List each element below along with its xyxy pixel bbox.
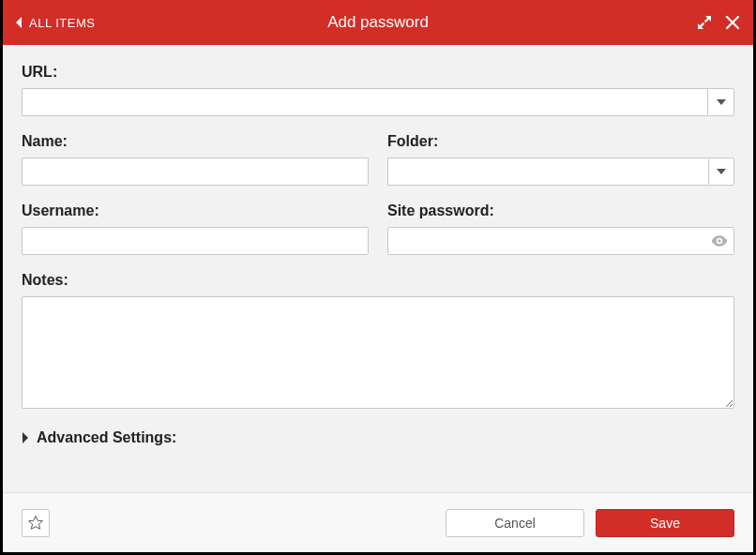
username-input[interactable]: [22, 227, 369, 255]
password-input[interactable]: [387, 227, 734, 255]
add-password-dialog: ALL ITEMS Add password URL:: [3, 0, 753, 552]
notes-textarea[interactable]: [22, 296, 734, 409]
back-all-items-button[interactable]: ALL ITEMS: [16, 16, 95, 30]
username-label: Username:: [22, 202, 369, 219]
folder-dropdown-button[interactable]: [708, 158, 734, 186]
toggle-password-visibility-button[interactable]: [710, 232, 729, 250]
footer: Cancel Save: [3, 492, 753, 552]
svg-point-0: [718, 239, 720, 242]
name-label: Name:: [22, 133, 369, 150]
advanced-settings-toggle[interactable]: Advanced Settings:: [22, 429, 734, 446]
url-dropdown-button[interactable]: [707, 88, 734, 116]
advanced-settings-label: Advanced Settings:: [37, 429, 176, 446]
url-input[interactable]: [22, 88, 707, 116]
close-icon: [725, 15, 740, 30]
caret-down-icon: [717, 99, 726, 105]
eye-icon: [710, 232, 729, 250]
star-icon: [27, 515, 44, 532]
chevron-left-icon: [16, 17, 23, 28]
name-input[interactable]: [22, 158, 369, 186]
close-button[interactable]: [725, 15, 740, 30]
titlebar: ALL ITEMS Add password: [3, 0, 753, 45]
dialog-title: Add password: [3, 13, 753, 32]
expand-button[interactable]: [697, 15, 712, 30]
form-body: URL: Name: Folder:: [3, 45, 753, 492]
password-label: Site password:: [387, 202, 734, 219]
notes-label: Notes:: [22, 272, 734, 289]
save-button[interactable]: Save: [596, 509, 734, 537]
folder-input[interactable]: [387, 158, 708, 186]
url-label: URL:: [22, 64, 734, 81]
folder-label: Folder:: [387, 133, 734, 150]
chevron-right-icon: [22, 432, 29, 443]
caret-down-icon: [717, 169, 726, 174]
cancel-button[interactable]: Cancel: [446, 509, 584, 537]
favorite-button[interactable]: [22, 509, 50, 537]
back-label: ALL ITEMS: [29, 16, 95, 30]
expand-icon: [697, 15, 712, 30]
